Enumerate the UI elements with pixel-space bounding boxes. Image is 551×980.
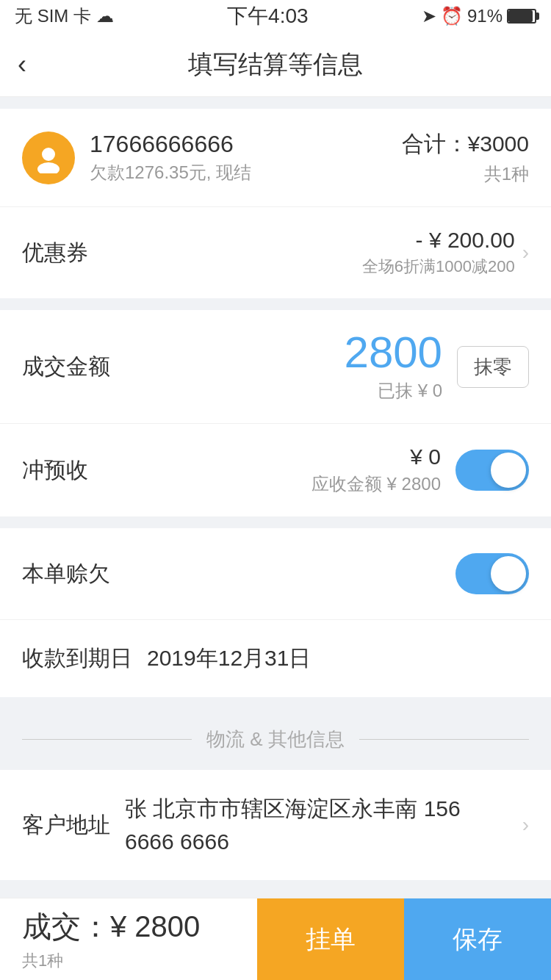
deal-amount: 2800: [345, 331, 442, 375]
bottom-deal-label: 成交：: [22, 910, 110, 943]
hold-button[interactable]: 挂单: [257, 898, 404, 980]
arrears-row: 本单赊欠: [0, 528, 551, 619]
address-row[interactable]: 客户地址 张 北京市市辖区海淀区永丰南 156 6666 6666 ›: [0, 770, 551, 880]
duedate-value: 2019年12月31日: [147, 644, 311, 674]
deal-sub: 已抹 ¥ 0: [345, 379, 442, 403]
address-label: 客户地址: [22, 810, 110, 840]
status-time: 下午4:03: [227, 2, 309, 30]
coupon-info: - ¥ 200.00 全场6折满1000减200: [362, 228, 515, 278]
arrears-label: 本单赊欠: [22, 559, 110, 589]
total-amount: 合计：¥3000: [402, 129, 529, 159]
total-count: 共1种: [402, 162, 529, 186]
logistics-title: 物流 & 其他信息: [206, 727, 345, 752]
prepay-toggle[interactable]: [455, 450, 529, 491]
back-button[interactable]: ‹: [18, 49, 26, 80]
header: ‹ 填写结算等信息: [0, 32, 551, 97]
svg-point-0: [42, 148, 55, 161]
arrears-toggle-knob: [491, 556, 526, 591]
address-value: 张 北京市市辖区海淀区永丰南 156 6666 6666: [125, 792, 508, 858]
coupon-label: 优惠券: [22, 238, 88, 268]
address-chevron-icon: ›: [522, 813, 529, 837]
prepay-label: 冲预收: [22, 455, 88, 486]
status-right: ➤ ⏰ 91%: [422, 6, 536, 26]
bottom-bar: 成交：¥ 2800 共1种 挂单 保存: [0, 898, 551, 980]
user-subtitle: 欠款1276.35元, 现结: [90, 161, 251, 184]
alarm-icon: ⏰: [441, 6, 463, 26]
status-bar: 无 SIM 卡 ☁ 下午4:03 ➤ ⏰ 91%: [0, 0, 551, 32]
save-button[interactable]: 保存: [404, 898, 551, 980]
user-card: 17666666666 欠款1276.35元, 现结 合计：¥3000 共1种 …: [0, 109, 551, 298]
deal-section: 成交金额 2800 已抹 ¥ 0 抹零 冲预收 ¥ 0 应收金额 ¥ 2800: [0, 310, 551, 516]
user-total: 合计：¥3000 共1种: [402, 129, 529, 186]
prepay-sub: 应收金额 ¥ 2800: [311, 472, 441, 496]
round-zero-button[interactable]: 抹零: [457, 346, 529, 388]
user-info: 17666666666 欠款1276.35元, 现结: [90, 131, 251, 184]
logistics-divider-right: [359, 739, 529, 740]
arrears-section: 本单赊欠 收款到期日 2019年12月31日: [0, 528, 551, 697]
bottom-deal-amount: ¥ 2800: [110, 910, 200, 943]
arrears-toggle[interactable]: [455, 553, 529, 594]
battery-label: 91%: [467, 6, 503, 26]
user-row: 17666666666 欠款1276.35元, 现结 合计：¥3000 共1种: [0, 109, 551, 206]
deal-amount-wrap: 2800 已抹 ¥ 0: [345, 331, 442, 403]
sim-label: 无 SIM 卡 ☁: [15, 4, 114, 28]
coupon-row[interactable]: 优惠券 - ¥ 200.00 全场6折满1000减200 ›: [0, 206, 551, 298]
prepay-right: ¥ 0 应收金额 ¥ 2800: [311, 444, 529, 496]
battery-icon: [507, 9, 536, 24]
duedate-label: 收款到期日: [22, 644, 132, 674]
user-phone: 17666666666: [90, 131, 251, 158]
deal-row: 成交金额 2800 已抹 ¥ 0 抹零: [0, 310, 551, 423]
toggle-knob: [491, 453, 526, 488]
bottom-summary: 成交：¥ 2800 共1种: [0, 907, 257, 972]
page-title: 填写结算等信息: [188, 48, 363, 82]
prepay-row: 冲预收 ¥ 0 应收金额 ¥ 2800: [0, 423, 551, 516]
deal-right: 2800 已抹 ¥ 0 抹零: [345, 331, 529, 403]
prepay-amount: ¥ 0: [311, 444, 441, 469]
coupon-right: - ¥ 200.00 全场6折满1000减200 ›: [362, 228, 529, 278]
bottom-count: 共1种: [22, 950, 235, 972]
avatar: [22, 131, 75, 184]
chevron-right-icon: ›: [522, 241, 529, 264]
status-left: 无 SIM 卡 ☁: [15, 4, 114, 28]
location-icon: ➤: [422, 6, 436, 26]
prepay-amount-wrap: ¥ 0 应收金额 ¥ 2800: [311, 444, 441, 496]
logistics-header: 物流 & 其他信息: [0, 709, 551, 770]
coupon-desc: 全场6折满1000减200: [362, 256, 515, 278]
duedate-row: 收款到期日 2019年12月31日: [0, 619, 551, 697]
bottom-deal: 成交：¥ 2800: [22, 907, 235, 947]
bottom-actions: 挂单 保存: [257, 898, 551, 980]
deal-label: 成交金额: [22, 352, 110, 382]
coupon-discount: - ¥ 200.00: [362, 228, 515, 253]
user-info-left: 17666666666 欠款1276.35元, 现结: [22, 131, 251, 184]
svg-point-1: [37, 162, 60, 173]
logistics-divider-left: [22, 739, 192, 740]
address-card: 客户地址 张 北京市市辖区海淀区永丰南 156 6666 6666 ›: [0, 770, 551, 880]
